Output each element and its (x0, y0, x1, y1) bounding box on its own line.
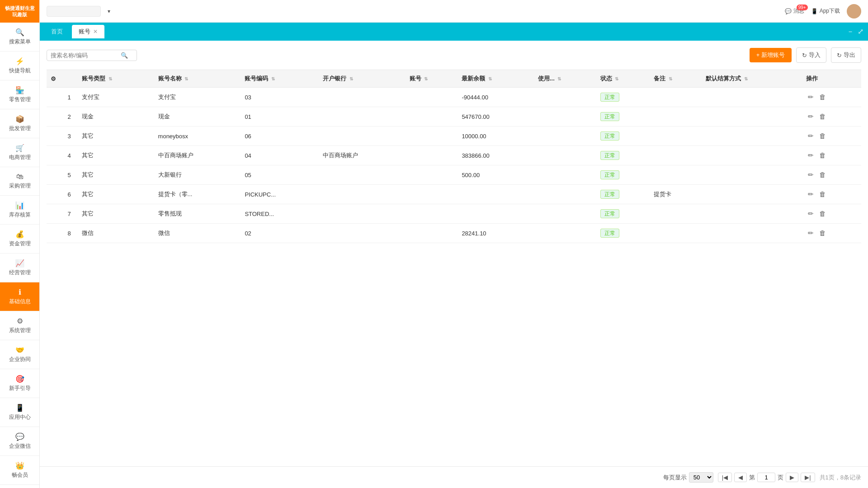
sidebar-item-enterprise[interactable]: 🤝企业协同 (0, 340, 39, 369)
row-actions: ✏ 🗑 (802, 107, 861, 127)
delete-button[interactable]: 🗑 (817, 150, 828, 160)
sidebar-item-inventory[interactable]: 📊库存核算 (0, 196, 39, 225)
delete-button[interactable]: 🗑 (817, 92, 828, 102)
row-bank (319, 107, 406, 127)
tab-home[interactable]: 首页 (44, 25, 70, 38)
tab-account[interactable]: 账号 ✕ (72, 25, 104, 38)
col-status[interactable]: 状态 ⇅ (597, 70, 650, 88)
edit-button[interactable]: ✏ (806, 189, 816, 199)
table-body: 1 支付宝 支付宝 03 -90444.00 正常 ✏ 🗑 2 现金 现金 01… (47, 88, 861, 243)
pagination: 每页显示 50 20 100 |◀ ◀ 第 页 ▶ ▶| 共1页，8条记录 (40, 466, 868, 488)
toolbar-right: + 新增账号 ↻ 导入 ↻ 导出 (750, 47, 861, 63)
wholesale-icon: 📦 (2, 115, 37, 123)
prev-page-button[interactable]: ◀ (734, 473, 747, 482)
col-bank[interactable]: 开户银行 ⇅ (319, 70, 406, 88)
row-account (406, 224, 458, 243)
delete-button[interactable]: 🗑 (817, 131, 828, 141)
page-size-selector: 每页显示 50 20 100 (663, 472, 713, 483)
col-code[interactable]: 账号编码 ⇅ (241, 70, 319, 88)
row-type: 其它 (78, 127, 155, 146)
col-account[interactable]: 账号 ⇅ (406, 70, 458, 88)
app-download-button[interactable]: 📱 App下载 (811, 7, 840, 15)
col-remark[interactable]: 备注 ⇅ (650, 70, 703, 88)
row-no: 1 (60, 88, 78, 107)
row-usage (534, 224, 597, 243)
col-default-payment[interactable]: 默认结算方式 ⇅ (702, 70, 802, 88)
next-page-button[interactable]: ▶ (786, 473, 798, 482)
row-balance (458, 204, 534, 224)
sidebar-item-guide[interactable]: 🎯新手引导 (0, 369, 39, 398)
message-icon: 💬 (785, 8, 792, 14)
add-account-button[interactable]: + 新增账号 (750, 48, 792, 62)
sidebar-item-membership[interactable]: 👑畅会员 (0, 456, 39, 485)
sidebar-item-system[interactable]: ⚙系统管理 (0, 311, 39, 340)
last-page-button[interactable]: ▶| (801, 473, 815, 482)
export-button[interactable]: ↻ 导出 (831, 47, 861, 63)
sidebar-item-basic-info[interactable]: ℹ基础信息 (0, 282, 39, 311)
sidebar-item-search-menu[interactable]: 🔍搜索菜单 (0, 23, 39, 52)
edit-button[interactable]: ✏ (806, 170, 816, 180)
row-settings (47, 88, 60, 107)
capital-icon: 💰 (2, 230, 37, 239)
page-number-input[interactable] (757, 473, 775, 482)
sidebar-item-ecommerce[interactable]: 🛒电商管理 (0, 138, 39, 167)
col-balance[interactable]: 最新余额 ⇅ (458, 70, 534, 88)
tab-minimize-icon[interactable]: － (847, 27, 854, 37)
col-type[interactable]: 账号类型 ⇅ (78, 70, 155, 88)
sidebar-item-purchase[interactable]: 🛍采购管理 (0, 167, 39, 196)
message-button[interactable]: 💬 消息 99+ (785, 7, 804, 15)
delete-button[interactable]: 🗑 (817, 228, 828, 238)
sidebar-item-enterprise-wechat[interactable]: 💬企业微信 (0, 427, 39, 456)
sidebar-item-app-center[interactable]: 📱应用中心 (0, 398, 39, 427)
sidebar-item-quick-nav[interactable]: ⚡快捷导航 (0, 52, 39, 80)
table-row: 1 支付宝 支付宝 03 -90444.00 正常 ✏ 🗑 (47, 88, 861, 107)
col-settings[interactable]: ⚙ (47, 70, 60, 88)
sidebar-item-operation[interactable]: 📈经营管理 (0, 253, 39, 282)
row-usage (534, 107, 597, 127)
row-usage (534, 127, 597, 146)
col-usage[interactable]: 使用... ⇅ (534, 70, 597, 88)
topbar-search-input[interactable] (47, 6, 101, 17)
add-account-label: + 新增账号 (756, 51, 785, 59)
delete-button[interactable]: 🗑 (817, 189, 828, 199)
sidebar-item-retail[interactable]: 🏪零售管理 (0, 80, 39, 109)
row-settings (47, 165, 60, 185)
edit-button[interactable]: ✏ (806, 131, 816, 141)
sidebar-item-wholesale[interactable]: 📦批发管理 (0, 109, 39, 138)
first-page-button[interactable]: |◀ (718, 473, 732, 482)
delete-button[interactable]: 🗑 (817, 112, 828, 121)
edit-button[interactable]: ✏ (806, 228, 816, 238)
tab-controls: － ⤢ (847, 27, 863, 37)
retail-icon: 🏪 (2, 86, 37, 94)
row-name: 微信 (155, 224, 241, 243)
row-status: 正常 (597, 107, 650, 127)
row-status: 正常 (597, 146, 650, 165)
row-remark (650, 88, 703, 107)
per-page-select[interactable]: 50 20 100 (689, 472, 713, 483)
delete-button[interactable]: 🗑 (817, 170, 828, 179)
delete-button[interactable]: 🗑 (817, 209, 828, 218)
tab-account-close[interactable]: ✕ (93, 28, 98, 35)
row-remark: 提货卡 (650, 185, 703, 204)
inventory-icon: 📊 (2, 201, 37, 210)
sidebar-item-capital[interactable]: 💰资金管理 (0, 225, 39, 253)
edit-button[interactable]: ✏ (806, 150, 816, 160)
row-actions: ✏ 🗑 (802, 127, 861, 146)
col-name[interactable]: 账号名称 ⇅ (155, 70, 241, 88)
edit-button[interactable]: ✏ (806, 209, 816, 219)
row-code: 04 (241, 146, 319, 165)
topbar-dropdown[interactable]: ▾ (108, 8, 110, 14)
import-button[interactable]: ↻ 导入 (796, 47, 826, 63)
tab-maximize-icon[interactable]: ⤢ (858, 27, 863, 37)
search-icon: 🔍 (121, 52, 128, 59)
content-area: 🔍 + 新增账号 ↻ 导入 ↻ 导出 ⚙ (40, 41, 868, 466)
tab-home-label: 首页 (51, 28, 63, 36)
row-actions: ✏ 🗑 (802, 88, 861, 107)
avatar[interactable] (847, 4, 861, 19)
edit-button[interactable]: ✏ (806, 92, 816, 102)
row-status: 正常 (597, 88, 650, 107)
row-type: 其它 (78, 165, 155, 185)
sidebar-item-label: 采购管理 (2, 182, 37, 190)
edit-button[interactable]: ✏ (806, 112, 816, 122)
search-input[interactable] (51, 52, 118, 59)
